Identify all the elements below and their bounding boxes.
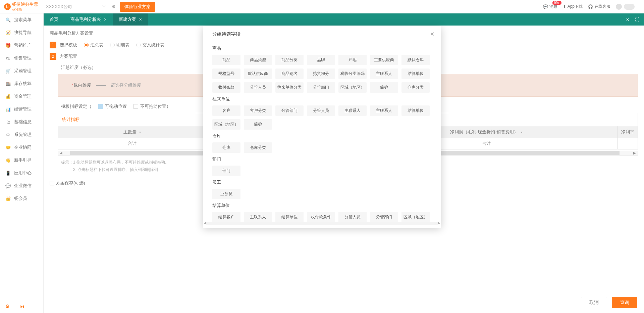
modal-close-button[interactable]: ✕	[430, 31, 434, 37]
field-chip[interactable]: 业务员	[212, 189, 240, 199]
field-chip[interactable]: 区域（地区）	[212, 119, 240, 130]
field-chip[interactable]: 商品	[212, 55, 240, 65]
field-chip[interactable]: 收付款条件	[307, 212, 335, 222]
field-chip[interactable]: 客户	[212, 105, 240, 116]
field-chip[interactable]: 分管人员	[307, 105, 335, 116]
field-chip[interactable]: 分管人员	[244, 82, 272, 93]
group-title: 往来单位	[212, 96, 435, 102]
modal-title: 分组待选字段	[212, 31, 240, 37]
field-group: 商品商品商品类型商品分类品牌产地主要供应商默认仓库规格型号默认供应商商品别名拣货…	[212, 45, 435, 93]
field-chip[interactable]: 默认仓库	[401, 55, 430, 65]
field-chip[interactable]: 拣货积分	[307, 69, 335, 79]
field-chip[interactable]: 仓库分类	[401, 82, 430, 93]
group-title: 部门	[212, 156, 435, 162]
group-title: 结算单位	[212, 203, 435, 209]
field-chip[interactable]: 商品分类	[275, 55, 304, 65]
field-chip[interactable]: 分管部门	[275, 105, 304, 116]
field-chip[interactable]: 简称	[244, 119, 272, 130]
field-chip[interactable]: 主联系人	[338, 105, 367, 116]
group-title: 员工	[212, 179, 435, 185]
modal-horizontal-scrollbar[interactable]	[206, 222, 438, 225]
field-group: 仓库仓库仓库分类	[212, 133, 435, 153]
field-chip[interactable]: 仓库	[212, 142, 240, 153]
field-select-modal: 分组待选字段 ✕ 商品商品商品类型商品分类品牌产地主要供应商默认仓库规格型号默认…	[203, 26, 441, 228]
field-chip[interactable]: 主联系人	[244, 212, 272, 222]
field-chip[interactable]: 结算单位	[401, 69, 430, 79]
field-chip[interactable]: 默认供应商	[244, 69, 272, 79]
group-title: 商品	[212, 45, 435, 51]
field-chip[interactable]: 仓库分类	[244, 142, 272, 153]
field-chip[interactable]: 规格型号	[212, 69, 240, 79]
field-chip[interactable]: 收付条款	[212, 82, 240, 93]
field-chip[interactable]: 往来单位分类	[275, 82, 304, 93]
field-chip[interactable]: 分管人员	[338, 212, 367, 222]
field-chip[interactable]: 简称	[370, 82, 398, 93]
field-chip[interactable]: 部门	[212, 166, 240, 176]
field-chip[interactable]: 区域（地区）	[401, 212, 430, 222]
field-chip[interactable]: 分管部门	[370, 212, 398, 222]
field-chip[interactable]: 主要供应商	[370, 55, 398, 65]
modal-overlay: 分组待选字段 ✕ 商品商品商品类型商品分类品牌产地主要供应商默认仓库规格型号默认…	[0, 0, 644, 313]
field-chip[interactable]: 客户分类	[244, 105, 272, 116]
field-chip[interactable]: 区域（地区）	[338, 82, 367, 93]
field-group: 结算单位结算客户主联系人结算单位收付款条件分管人员分管部门区域（地区）简称	[212, 203, 435, 222]
field-chip[interactable]: 商品类型	[244, 55, 272, 65]
field-chip[interactable]: 主联系人	[370, 105, 398, 116]
field-group: 员工业务员	[212, 179, 435, 199]
field-group: 往来单位客户客户分类分管部门分管人员主联系人主联系人结算单位区域（地区）简称	[212, 96, 435, 130]
group-title: 仓库	[212, 133, 435, 139]
field-chip[interactable]: 结算客户	[212, 212, 240, 222]
field-group: 部门部门	[212, 156, 435, 176]
field-chip[interactable]: 主联系人	[370, 69, 398, 79]
field-chip[interactable]: 税收分类编码	[338, 69, 367, 79]
field-chip[interactable]: 产地	[338, 55, 367, 65]
field-chip[interactable]: 品牌	[307, 55, 335, 65]
field-chip[interactable]: 结算单位	[401, 105, 430, 116]
field-chip[interactable]: 分管部门	[307, 82, 335, 93]
field-chip[interactable]: 商品别名	[275, 69, 304, 79]
field-chip[interactable]: 结算单位	[275, 212, 304, 222]
